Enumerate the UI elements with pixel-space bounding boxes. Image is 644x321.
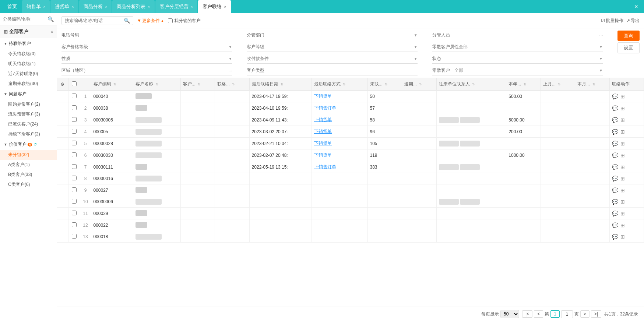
- th-contact[interactable]: 联络... ⇅: [215, 78, 250, 91]
- td-checkbox[interactable]: [68, 173, 80, 184]
- sidebar-item-overdue[interactable]: 逾期未联络(30): [0, 79, 57, 89]
- tab-customer-contact[interactable]: 客户联络 ×: [198, 0, 230, 13]
- td-checkbox[interactable]: [68, 231, 80, 243]
- page-size-select[interactable]: 50 100 200: [500, 310, 519, 318]
- chat-icon[interactable]: 💬: [612, 211, 618, 216]
- th-last-contact-method[interactable]: 最后联络方式 ⇅: [312, 78, 368, 91]
- sidebar-item-churned[interactable]: 已流失客户(24): [0, 119, 57, 129]
- chat-icon[interactable]: 💬: [612, 176, 618, 181]
- first-page-btn[interactable]: |<: [522, 310, 532, 318]
- grid-action-icon[interactable]: ⊞: [620, 234, 625, 240]
- sidebar-item-abnormal-stockpile[interactable]: 囤购异常客户(2): [0, 99, 57, 109]
- chat-icon[interactable]: 💬: [612, 105, 618, 111]
- export-btn[interactable]: ↗ 导出: [626, 18, 640, 24]
- sidebar-item-tomorrow[interactable]: 明天待联络(1): [0, 59, 57, 69]
- grid-action-icon[interactable]: ⊞: [620, 176, 625, 181]
- section-pending-title[interactable]: ▼ 待联络客户: [0, 38, 57, 49]
- my-customers-check[interactable]: [168, 18, 173, 23]
- select-all-checkbox[interactable]: [72, 81, 77, 86]
- grid-action-icon[interactable]: ⊞: [620, 141, 625, 147]
- sidebar-search-input[interactable]: [3, 17, 47, 22]
- td-checkbox[interactable]: [68, 184, 80, 196]
- th-customer-code[interactable]: 客户编码 ⇅: [91, 78, 133, 91]
- close-tab-product-list[interactable]: ×: [148, 4, 150, 9]
- region-more-icon[interactable]: ···: [229, 68, 232, 73]
- td-checkbox[interactable]: [68, 219, 80, 231]
- close-tab-product-analysis[interactable]: ×: [105, 4, 107, 9]
- chat-icon[interactable]: 💬: [612, 164, 618, 170]
- sidebar-item-class-a[interactable]: A类客户(1): [0, 160, 57, 170]
- reset-button[interactable]: 设置: [617, 42, 640, 53]
- grid-action-icon[interactable]: ⊞: [620, 117, 625, 123]
- grid-action-icon[interactable]: ⊞: [620, 187, 625, 193]
- th-customer-type[interactable]: 客户... ⇅: [180, 78, 215, 91]
- chat-icon[interactable]: 💬: [612, 94, 618, 99]
- sidebar-item-declining[interactable]: 持续下滑客户(2): [0, 129, 57, 139]
- close-tab-purchase[interactable]: ×: [71, 4, 74, 9]
- td-checkbox[interactable]: [68, 208, 80, 219]
- prev-page-btn[interactable]: <: [534, 310, 543, 318]
- main-search-icon[interactable]: 🔍: [124, 18, 130, 24]
- cust-level-dropdown-icon[interactable]: ▼: [414, 45, 418, 49]
- section-value-title[interactable]: ▼ 价值客户 R ↺: [0, 139, 57, 150]
- th-this-month[interactable]: 本月... ⇅: [575, 78, 610, 91]
- next-page-btn[interactable]: >: [580, 310, 590, 318]
- sidebar-item-class-b[interactable]: B类客户(33): [0, 170, 57, 180]
- td-checkbox[interactable]: [68, 91, 80, 102]
- retail-cust-dropdown-icon[interactable]: ▼: [599, 68, 603, 73]
- tab-sales[interactable]: 销售单 ×: [22, 0, 50, 13]
- td-checkbox[interactable]: [68, 161, 80, 173]
- grid-action-icon[interactable]: ⊞: [620, 211, 625, 216]
- chat-icon[interactable]: 💬: [612, 129, 618, 135]
- close-tab-customer-tier[interactable]: ×: [191, 4, 193, 9]
- td-checkbox[interactable]: [68, 149, 80, 161]
- dept-dropdown-icon[interactable]: ▼: [414, 33, 418, 37]
- td-checkbox[interactable]: [68, 102, 80, 114]
- close-tab-customer-contact[interactable]: ×: [224, 4, 226, 9]
- section-problem-title[interactable]: ▼ 问题客户: [0, 89, 57, 99]
- table-settings-col[interactable]: ⚙: [57, 78, 68, 91]
- close-tab-sales[interactable]: ×: [43, 4, 45, 9]
- chat-icon[interactable]: 💬: [612, 187, 618, 193]
- query-button[interactable]: 查询: [617, 31, 640, 41]
- grid-action-icon[interactable]: ⊞: [620, 94, 625, 99]
- sidebar-item-churn-risk[interactable]: 流失预警客户(3): [0, 109, 57, 119]
- grid-action-icon[interactable]: ⊞: [620, 129, 625, 135]
- td-checkbox[interactable]: [68, 196, 80, 208]
- sidebar-item-class-c[interactable]: C类客户(6): [0, 180, 57, 190]
- th-contacts-person[interactable]: 往来单位联系人 ⇅: [436, 78, 506, 91]
- nature-dropdown-icon[interactable]: ▼: [228, 57, 232, 61]
- chat-icon[interactable]: 💬: [612, 152, 618, 158]
- chat-icon[interactable]: 💬: [612, 141, 618, 147]
- price-level-dropdown-icon[interactable]: ▼: [228, 45, 232, 49]
- grid-action-icon[interactable]: ⊞: [620, 222, 625, 228]
- sidebar-item-today[interactable]: 今天待联络(0): [0, 49, 57, 59]
- more-conditions-btn[interactable]: ▼ 更多条件 ▲: [137, 18, 164, 24]
- th-overdue[interactable]: 逾期... ⇅: [402, 78, 437, 91]
- last-page-btn[interactable]: >|: [591, 310, 601, 318]
- retail-attr-dropdown-icon[interactable]: ▼: [599, 45, 603, 49]
- batch-ops-btn[interactable]: ☑ 批量操作: [601, 18, 623, 24]
- th-last-month[interactable]: 上月... ⇅: [541, 78, 575, 91]
- tab-product-analysis[interactable]: 商品分析 ×: [79, 0, 112, 13]
- chat-icon[interactable]: 💬: [612, 117, 618, 123]
- status-dropdown-icon[interactable]: ▼: [599, 57, 603, 61]
- grid-action-icon[interactable]: ⊞: [620, 164, 625, 170]
- th-customer-name[interactable]: 客户名称 ⇅: [133, 78, 180, 91]
- td-checkbox[interactable]: [68, 126, 80, 138]
- chat-icon[interactable]: 💬: [612, 234, 618, 240]
- grid-action-icon[interactable]: ⊞: [620, 152, 625, 158]
- sidebar-search-icon[interactable]: 🔍: [47, 16, 54, 22]
- td-checkbox[interactable]: [68, 114, 80, 126]
- window-close-button[interactable]: ×: [631, 3, 641, 11]
- th-this-year[interactable]: 本年... ⇅: [506, 78, 541, 91]
- th-no-contact-days[interactable]: 未联... ⇅: [367, 78, 402, 91]
- main-search-input[interactable]: [65, 18, 124, 23]
- home-tab[interactable]: 首页: [3, 0, 21, 13]
- grid-action-icon[interactable]: ⊞: [620, 199, 625, 205]
- grid-action-icon[interactable]: ⊞: [620, 105, 625, 111]
- chat-icon[interactable]: 💬: [612, 199, 618, 205]
- td-checkbox[interactable]: [68, 138, 80, 149]
- sidebar-all-customers[interactable]: ⊞ 全部客户 «: [0, 25, 57, 38]
- tab-purchase[interactable]: 进货单 ×: [50, 0, 78, 13]
